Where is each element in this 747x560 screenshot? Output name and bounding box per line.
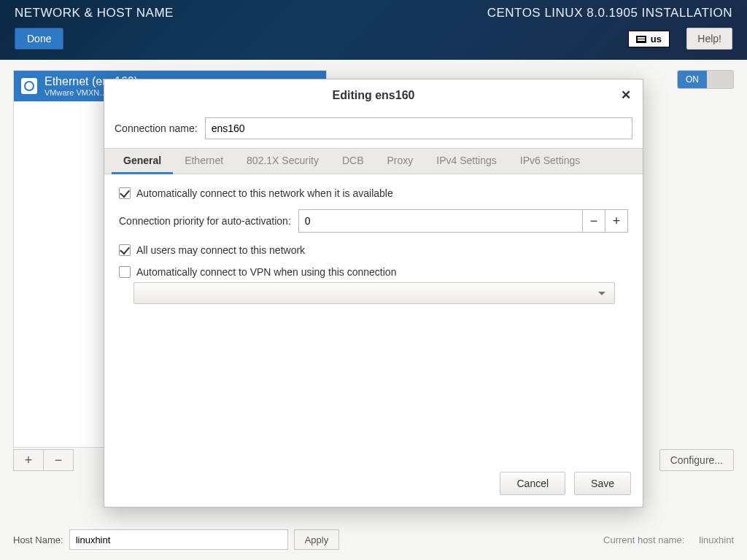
all-users-label: All users may connect to this network <box>136 244 305 256</box>
priority-label: Connection priority for auto-activation: <box>119 215 291 227</box>
help-button[interactable]: Help! <box>686 28 732 50</box>
save-button[interactable]: Save <box>574 472 631 495</box>
edit-connection-dialog: Editing ens160 ✕ Connection name: Genera… <box>104 79 643 508</box>
remove-device-button[interactable]: − <box>43 449 74 471</box>
auto-connect-checkbox[interactable] <box>119 187 131 199</box>
tab-ipv6[interactable]: IPv6 Settings <box>508 149 592 174</box>
priority-input[interactable] <box>298 209 583 233</box>
auto-vpn-checkbox[interactable] <box>119 266 131 278</box>
cancel-button[interactable]: Cancel <box>500 472 565 495</box>
keyboard-layout: us <box>651 34 662 44</box>
priority-increment-button[interactable]: + <box>605 209 628 233</box>
dialog-tabs: General Ethernet 802.1X Security DCB Pro… <box>104 148 643 174</box>
hostname-apply-button[interactable]: Apply <box>294 529 340 550</box>
tab-proxy[interactable]: Proxy <box>375 149 425 174</box>
installer-header: NETWORK & HOST NAME CENTOS LINUX 8.0.190… <box>0 0 747 60</box>
done-button[interactable]: Done <box>15 28 63 50</box>
distro-title: CENTOS LINUX 8.0.1905 INSTALLATION <box>487 6 732 20</box>
hostname-row: Host Name: Apply Current host name: linu… <box>13 529 734 550</box>
dialog-title-bar: Editing ens160 ✕ <box>104 79 643 112</box>
configure-button[interactable]: Configure... <box>659 449 734 471</box>
priority-decrement-button[interactable]: − <box>582 209 605 233</box>
tab-ipv4[interactable]: IPv4 Settings <box>425 149 508 174</box>
keyboard-indicator[interactable]: us <box>628 31 670 47</box>
all-users-checkbox[interactable] <box>119 244 131 256</box>
current-hostname-label: Current host name: <box>603 534 684 545</box>
hostname-input[interactable] <box>69 529 288 550</box>
hostname-label: Host Name: <box>13 534 63 545</box>
auto-connect-label: Automatically connect to this network wh… <box>136 187 393 199</box>
connection-name-input[interactable] <box>205 117 632 139</box>
current-hostname-value: linuxhint <box>699 534 734 545</box>
device-enable-toggle[interactable]: ON <box>677 70 734 89</box>
connection-name-label: Connection name: <box>115 122 198 134</box>
close-icon[interactable]: ✕ <box>618 87 634 103</box>
tab-dcb[interactable]: DCB <box>330 149 376 174</box>
auto-vpn-label: Automatically connect to VPN when using … <box>136 266 396 278</box>
vpn-select[interactable] <box>133 282 615 304</box>
keyboard-icon <box>636 36 646 43</box>
toggle-on-label: ON <box>678 71 707 88</box>
dialog-title: Editing ens160 <box>333 89 415 102</box>
tab-ethernet[interactable]: Ethernet <box>173 149 235 174</box>
tab-general-body: Automatically connect to this network wh… <box>104 174 643 463</box>
add-device-button[interactable]: + <box>13 449 44 471</box>
network-wired-icon <box>21 78 37 94</box>
tab-8021x[interactable]: 802.1X Security <box>235 149 330 174</box>
spoke-title: NETWORK & HOST NAME <box>15 6 174 20</box>
tab-general[interactable]: General <box>112 149 173 174</box>
